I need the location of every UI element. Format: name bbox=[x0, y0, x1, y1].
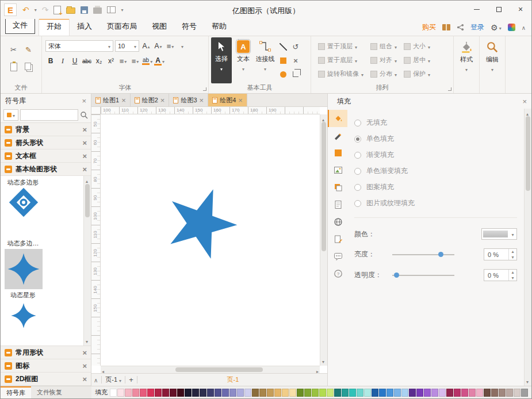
palette-color-23[interactable] bbox=[282, 389, 289, 397]
bold-button[interactable]: B bbox=[45, 55, 56, 67]
palette-color-14[interactable] bbox=[215, 389, 221, 397]
document-tab-0[interactable]: 绘图1 bbox=[91, 94, 131, 106]
palette-color-46[interactable] bbox=[454, 389, 461, 397]
font-color-button[interactable]: A bbox=[154, 55, 164, 67]
palette-color-24[interactable] bbox=[289, 389, 296, 397]
shape-data-button[interactable] bbox=[328, 196, 347, 213]
text-tool-button[interactable]: A 文本 bbox=[233, 37, 254, 83]
help-button[interactable]: ? bbox=[328, 265, 347, 282]
paste-button[interactable] bbox=[9, 61, 19, 72]
increase-font-button[interactable] bbox=[141, 40, 151, 52]
dialog-launcher-icon[interactable] bbox=[448, 87, 451, 91]
fill-option-1[interactable]: 单色填充 bbox=[354, 134, 517, 144]
slider-knob[interactable] bbox=[438, 252, 443, 257]
palette-color-41[interactable] bbox=[416, 389, 423, 397]
print-icon[interactable] bbox=[93, 7, 102, 14]
color-picker[interactable] bbox=[481, 228, 517, 240]
buy-button[interactable]: 购买 bbox=[422, 22, 436, 32]
palette-color-17[interactable] bbox=[237, 389, 244, 397]
arrange-item-1-0[interactable]: 组合 bbox=[370, 42, 397, 51]
close-tab-icon[interactable] bbox=[238, 96, 243, 105]
ribbon-tab-5[interactable]: 符号 bbox=[174, 18, 204, 36]
five-point-star-shape[interactable] bbox=[160, 183, 241, 264]
palette-color-29[interactable] bbox=[327, 389, 334, 397]
tab-file-recovery[interactable]: 文件恢复 bbox=[31, 386, 68, 398]
palette-color-8[interactable] bbox=[170, 389, 177, 397]
note-button[interactable] bbox=[328, 231, 347, 248]
superscript-button[interactable]: x² bbox=[106, 55, 116, 67]
page-tab[interactable]: 页-1 bbox=[105, 375, 121, 384]
font-name-select[interactable]: 宋体 bbox=[45, 40, 113, 52]
bullets-button[interactable] bbox=[130, 55, 140, 67]
close-section-icon[interactable] bbox=[82, 152, 87, 160]
palette-color-50[interactable] bbox=[484, 389, 491, 397]
palette-color-9[interactable] bbox=[177, 389, 184, 397]
symbol-section-0[interactable]: 背景 bbox=[1, 123, 91, 136]
palette-color-11[interactable] bbox=[192, 389, 199, 397]
symbol-section-3[interactable]: 基本绘图形状 bbox=[1, 163, 91, 176]
slider-knob[interactable] bbox=[394, 273, 399, 278]
line-tool-button[interactable] bbox=[328, 127, 347, 144]
ribbon-tab-6[interactable]: 帮助 bbox=[204, 18, 234, 36]
palette-color-18[interactable] bbox=[244, 389, 251, 397]
undo-dropdown-icon[interactable] bbox=[35, 7, 37, 13]
scroll-left-icon[interactable] bbox=[102, 367, 104, 375]
transparency-spinner[interactable]: 0 % bbox=[484, 269, 517, 281]
document-tab-2[interactable]: 绘图3 bbox=[169, 94, 208, 106]
magnifier-icon[interactable] bbox=[486, 41, 499, 53]
redo-icon[interactable] bbox=[42, 5, 49, 14]
share-icon[interactable] bbox=[457, 24, 464, 31]
shape-format-button[interactable] bbox=[328, 144, 347, 162]
palette-color-51[interactable] bbox=[491, 389, 498, 397]
palette-color-35[interactable] bbox=[372, 389, 378, 397]
spin-down-icon[interactable] bbox=[509, 275, 516, 281]
palette-color-53[interactable] bbox=[506, 389, 513, 397]
arc-tool-icon[interactable] bbox=[293, 43, 299, 51]
text-options-button[interactable] bbox=[177, 40, 187, 52]
palette-color-27[interactable] bbox=[312, 389, 319, 397]
fill-option-2[interactable]: 渐变填充 bbox=[354, 150, 517, 160]
comment-button[interactable] bbox=[328, 248, 347, 265]
palette-color-21[interactable] bbox=[267, 389, 274, 397]
palette-color-43[interactable] bbox=[431, 389, 438, 397]
document-tab-3[interactable]: 绘图4 bbox=[208, 94, 247, 106]
palette-color-5[interactable] bbox=[147, 389, 154, 397]
dialog-launcher-icon[interactable] bbox=[203, 87, 206, 91]
palette-color-44[interactable] bbox=[439, 389, 446, 397]
symbol-category-button[interactable] bbox=[3, 109, 18, 121]
scroll-down-icon[interactable] bbox=[526, 377, 529, 385]
palette-color-22[interactable] bbox=[274, 389, 281, 397]
palette-color-33[interactable] bbox=[357, 389, 363, 397]
palette-color-48[interactable] bbox=[469, 389, 476, 397]
spin-up-icon[interactable] bbox=[509, 249, 516, 255]
arrange-item-0-2[interactable]: 旋转和镜像 bbox=[318, 70, 363, 78]
close-section-icon[interactable] bbox=[82, 375, 87, 383]
close-section-icon[interactable] bbox=[82, 125, 87, 134]
palette-color-16[interactable] bbox=[229, 389, 236, 397]
close-button[interactable]: × bbox=[510, 1, 531, 18]
palette-color-39[interactable] bbox=[401, 389, 408, 397]
palette-color-1[interactable] bbox=[117, 389, 124, 397]
palette-color-15[interactable] bbox=[222, 389, 229, 397]
scroll-down-icon[interactable] bbox=[322, 357, 324, 365]
maximize-button[interactable] bbox=[488, 1, 510, 18]
close-section-icon[interactable] bbox=[82, 165, 87, 174]
palette-color-54[interactable] bbox=[514, 389, 520, 397]
selected-shape-cell[interactable] bbox=[5, 249, 43, 289]
hyperlink-button[interactable] bbox=[328, 213, 347, 231]
align-button[interactable] bbox=[165, 40, 175, 52]
symbol-section-1[interactable]: 图标 bbox=[1, 359, 91, 373]
arrange-item-2-1[interactable]: 居中 bbox=[404, 56, 430, 64]
subscript-button[interactable]: x₂ bbox=[94, 55, 104, 67]
palette-color-37[interactable] bbox=[386, 389, 393, 397]
palette-color-6[interactable] bbox=[155, 389, 162, 397]
paint-bucket-icon[interactable] bbox=[460, 41, 473, 53]
scroll-right-icon[interactable] bbox=[316, 367, 319, 375]
palette-color-45[interactable] bbox=[446, 389, 453, 397]
close-section-icon[interactable] bbox=[82, 139, 87, 147]
palette-color-31[interactable] bbox=[342, 389, 349, 397]
arrange-item-2-0[interactable]: 大小 bbox=[404, 42, 430, 51]
cut-button[interactable] bbox=[9, 44, 19, 55]
new-page-icon[interactable] bbox=[53, 6, 61, 14]
palette-color-52[interactable] bbox=[499, 389, 506, 397]
